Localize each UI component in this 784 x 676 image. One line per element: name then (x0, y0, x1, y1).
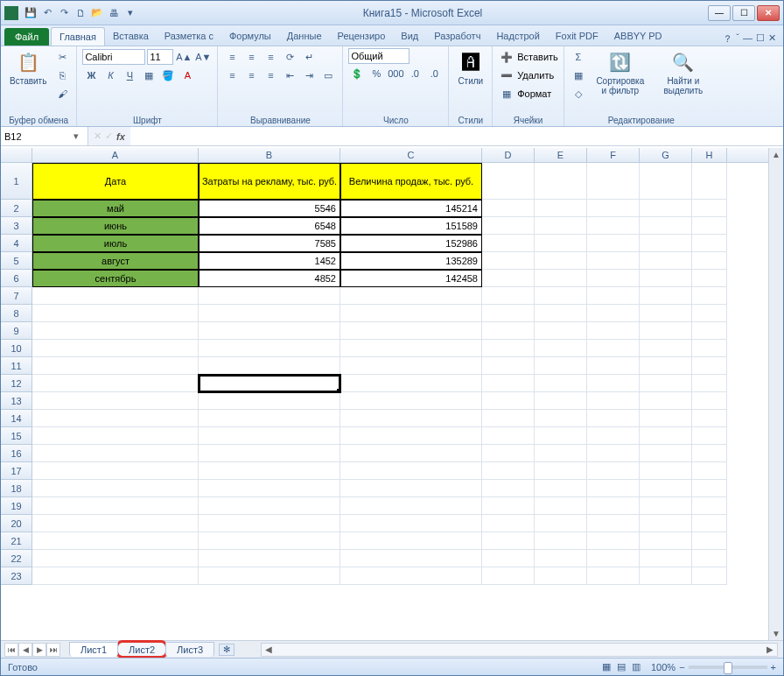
row-header-22[interactable]: 22 (1, 550, 32, 567)
cell-A9[interactable] (32, 322, 199, 340)
page-break-view-icon[interactable]: ▥ (630, 661, 642, 672)
col-header-G[interactable]: G (640, 148, 692, 162)
cell-A16[interactable] (32, 445, 199, 462)
cell-D11[interactable] (482, 357, 535, 375)
name-box[interactable]: ▾ (1, 127, 88, 145)
print-icon[interactable]: 🖶 (107, 6, 121, 20)
cell-A13[interactable] (32, 392, 199, 410)
cell-F8[interactable] (587, 305, 640, 322)
cell-G22[interactable] (640, 550, 692, 567)
cell-H15[interactable] (692, 427, 727, 445)
cell-B11[interactable] (199, 357, 340, 375)
row-header-15[interactable]: 15 (1, 427, 32, 445)
cell-C9[interactable] (340, 322, 482, 340)
row-header-23[interactable]: 23 (1, 567, 32, 585)
cell-F4[interactable] (587, 235, 640, 252)
cell-G19[interactable] (640, 497, 692, 515)
cell-B4[interactable]: 7585 (199, 235, 340, 252)
page-layout-view-icon[interactable]: ▤ (615, 661, 627, 672)
cell-C21[interactable] (340, 532, 482, 550)
cell-H20[interactable] (692, 515, 727, 532)
format-painter-icon[interactable]: 🖌 (53, 85, 71, 102)
cell-E4[interactable] (535, 235, 587, 252)
delete-cells-icon[interactable]: ➖ (498, 67, 515, 84)
align-middle-icon[interactable]: ≡ (242, 48, 260, 66)
underline-button[interactable]: Ч (121, 67, 138, 84)
cell-E15[interactable] (535, 427, 587, 445)
cell-A21[interactable] (32, 532, 199, 550)
row-header-2[interactable]: 2 (1, 200, 32, 217)
cell-D7[interactable] (482, 287, 535, 305)
cell-F12[interactable] (587, 375, 640, 392)
orientation-icon[interactable]: ⟳ (281, 48, 298, 66)
percent-icon[interactable]: % (368, 65, 385, 82)
cell-C17[interactable] (340, 462, 482, 480)
cell-A1[interactable]: Дата (32, 163, 199, 200)
qat-dropdown-icon[interactable]: ▾ (123, 6, 137, 20)
cell-B7[interactable] (199, 287, 340, 305)
currency-icon[interactable]: 💲 (348, 65, 366, 82)
cell-H12[interactable] (692, 375, 727, 392)
cell-H22[interactable] (692, 550, 727, 567)
cell-D18[interactable] (482, 480, 535, 497)
cell-G15[interactable] (640, 427, 692, 445)
name-box-input[interactable] (1, 131, 69, 142)
cell-C12[interactable] (340, 375, 482, 392)
number-format-combo[interactable] (348, 48, 410, 64)
ribbon-tab-0[interactable]: Главная (51, 27, 105, 46)
col-header-F[interactable]: F (587, 148, 640, 162)
cell-E1[interactable] (535, 163, 587, 200)
cell-G4[interactable] (640, 235, 692, 252)
new-sheet-button[interactable]: ✻ (219, 644, 234, 656)
align-bottom-icon[interactable]: ≡ (262, 48, 279, 66)
cell-A11[interactable] (32, 357, 199, 375)
row-header-7[interactable]: 7 (1, 287, 32, 305)
new-icon[interactable]: 🗋 (74, 6, 88, 20)
cell-H2[interactable] (692, 200, 727, 217)
ribbon-tab-3[interactable]: Формулы (221, 27, 279, 46)
cell-D12[interactable] (482, 375, 535, 392)
cell-F21[interactable] (587, 532, 640, 550)
cell-G18[interactable] (640, 480, 692, 497)
cell-E11[interactable] (535, 357, 587, 375)
cell-D15[interactable] (482, 427, 535, 445)
cell-C8[interactable] (340, 305, 482, 322)
cell-G20[interactable] (640, 515, 692, 532)
insert-cells-label[interactable]: Вставить (517, 52, 558, 62)
cut-icon[interactable]: ✂ (53, 48, 71, 66)
cell-D14[interactable] (482, 410, 535, 427)
cell-C19[interactable] (340, 497, 482, 515)
paste-button[interactable]: 📋 Вставить (6, 48, 50, 88)
border-icon[interactable]: ▦ (140, 67, 158, 84)
zoom-in-icon[interactable]: + (771, 662, 776, 672)
cell-B14[interactable] (199, 410, 340, 427)
cell-C2[interactable]: 145214 (340, 200, 482, 217)
col-header-B[interactable]: B (199, 148, 340, 162)
cell-E19[interactable] (535, 497, 587, 515)
cell-F22[interactable] (587, 550, 640, 567)
save-icon[interactable]: 💾 (24, 6, 38, 20)
cell-H23[interactable] (692, 567, 727, 585)
cell-D4[interactable] (482, 235, 535, 252)
cell-D5[interactable] (482, 252, 535, 270)
row-header-8[interactable]: 8 (1, 305, 32, 322)
cell-G21[interactable] (640, 532, 692, 550)
cell-F14[interactable] (587, 410, 640, 427)
enter-icon[interactable]: ✓ (105, 130, 113, 142)
cell-E2[interactable] (535, 200, 587, 217)
row-header-6[interactable]: 6 (1, 270, 32, 287)
cell-G9[interactable] (640, 322, 692, 340)
help-icon[interactable]: ？ (723, 32, 732, 46)
fill-icon[interactable]: ▦ (570, 67, 587, 84)
cell-A14[interactable] (32, 410, 199, 427)
styles-button[interactable]: 🅰 Стили (454, 48, 486, 88)
scroll-up-icon[interactable]: ▲ (770, 148, 782, 161)
clear-icon[interactable]: ◇ (570, 85, 587, 102)
cell-A3[interactable]: июнь (32, 217, 199, 235)
formula-input[interactable] (130, 127, 783, 145)
autosum-icon[interactable]: Σ (570, 48, 587, 66)
cell-F15[interactable] (587, 427, 640, 445)
italic-button[interactable]: К (102, 67, 119, 84)
cell-D22[interactable] (482, 550, 535, 567)
cell-G23[interactable] (640, 567, 692, 585)
